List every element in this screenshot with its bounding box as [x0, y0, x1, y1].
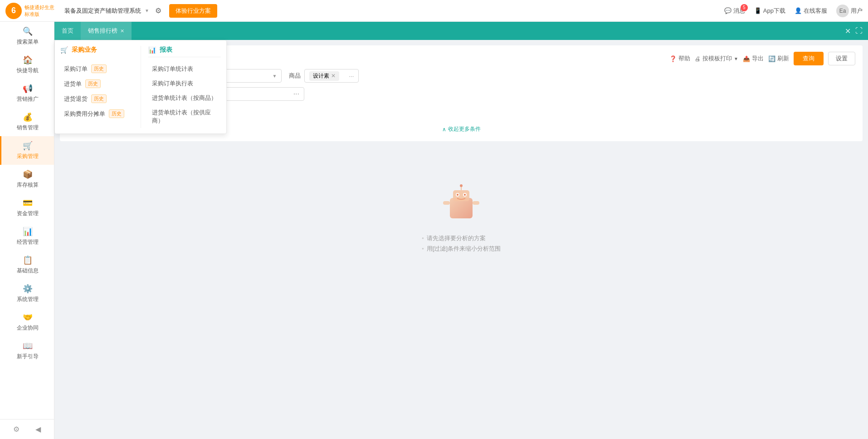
empty-illustration [439, 182, 484, 227]
sales-ranking-tab-label: 销售排行榜 [88, 27, 117, 35]
tab-home[interactable]: 首页 [54, 22, 81, 40]
goods-receipt-label: 进货单 [64, 80, 82, 88]
system-icon: ⚙️ [23, 284, 33, 294]
message-btn[interactable]: 💬 消息 5 [724, 7, 745, 15]
sidebar-item-search[interactable]: 🔍 搜索菜单 [0, 22, 54, 50]
service-icon: 👤 [795, 7, 802, 14]
app-download-btn[interactable]: 📱 App下载 [754, 7, 785, 15]
settings-button[interactable]: 设置 [828, 52, 855, 65]
tab-bar-expand-icon[interactable]: ⛶ [855, 27, 863, 35]
refresh-link[interactable]: 🔄 刷新 [768, 54, 789, 63]
search-icon: 🔍 [23, 26, 33, 36]
sidebar-bottom: ⚙ ◀ [0, 419, 54, 439]
purchase-order-item[interactable]: 采购订单 历史 [60, 61, 133, 76]
sidebar-item-guide[interactable]: 📖 新手引导 [0, 336, 54, 365]
sidebar-item-collab[interactable]: 🤝 企业协同 [0, 308, 54, 336]
menu-divider [141, 46, 141, 128]
sidebar-item-sales-label: 销售管理 [17, 124, 39, 132]
goods-stats-by-supplier-item[interactable]: 进货单统计表（按供应商） [148, 105, 221, 128]
print-icon: 🖨 [695, 55, 701, 62]
ops-icon: 📊 [23, 227, 33, 237]
home-tab-label: 首页 [62, 27, 73, 35]
reports-col-title: 📊 报表 [148, 46, 221, 57]
purchase-order-stats-item[interactable]: 采购订单统计表 [148, 62, 221, 76]
app-download-label: App下载 [763, 7, 785, 15]
top-bar: 6 畅捷通好生意 标准版 装备及固定资产辅助管理系统 ▼ ⚙ 体验行业方案 💬 … [0, 0, 868, 22]
svg-point-5 [464, 194, 466, 196]
document-status-chevron: ▼ [273, 74, 277, 79]
product-tag-close[interactable]: ✕ [331, 73, 336, 79]
print-link[interactable]: 🖨 按模板打印 ▼ [695, 54, 738, 63]
help-icon: ❓ [669, 55, 677, 62]
tab-bar: 首页 销售排行榜 ✕ ✕ ⛶ [54, 22, 868, 40]
refresh-icon: 🔄 [768, 55, 775, 62]
user-label: 用户 [851, 7, 863, 15]
query-button[interactable]: 查询 [794, 52, 824, 65]
salesperson-select[interactable]: ··· [214, 87, 304, 101]
home-icon: 🏠 [23, 55, 33, 65]
goods-receipt-history-tag: 历史 [85, 79, 101, 88]
export-link[interactable]: 📤 导出 [743, 54, 764, 63]
collab-icon: 🤝 [23, 312, 33, 322]
system-name: 装备及固定资产辅助管理系统 [64, 7, 141, 15]
top-right: 💬 消息 5 📱 App下载 👤 在线客服 Ea 用户 [724, 5, 863, 17]
sidebar-collapse-btn[interactable]: ◀ [35, 425, 41, 434]
goods-receipt-item[interactable]: 进货单 历史 [60, 76, 133, 91]
purchase-col-title: 🛒 采购业务 [60, 46, 133, 57]
sidebar-item-system[interactable]: ⚙️ 系统管理 [0, 279, 54, 308]
sidebar-item-purchase-label: 采购管理 [17, 153, 39, 160]
purchase-icon: 🛒 [23, 141, 33, 151]
purchase-dropdown-menu: 🛒 采购业务 采购订单 历史 进货单 历史 进货退货 历史 采购费用分摊单 历史… [54, 40, 227, 134]
message-icon: 💬 [724, 7, 731, 14]
online-service-label: 在线客服 [804, 7, 827, 15]
sidebar: 🔍 搜索菜单 🏠 快捷导航 📢 营销推广 💰 销售管理 🛒 采购管理 📦 库存核… [0, 22, 54, 439]
sidebar-item-base[interactable]: 📋 基础信息 [0, 251, 54, 279]
sidebar-item-guide-label: 新手引导 [17, 353, 39, 360]
empty-state: 请先选择要分析的方案 用[过滤]条件来缩小分析范围 [60, 146, 863, 291]
sidebar-settings-btn[interactable]: ⚙ [13, 425, 20, 434]
help-link[interactable]: ❓ 帮助 [669, 54, 690, 63]
empty-hint-1: 请先选择要分析的方案 [427, 233, 486, 243]
chevron-down-icon: ▼ [145, 8, 149, 13]
goods-stats-by-product-item[interactable]: 进货单统计表（按商品） [148, 91, 221, 105]
tab-bar-right: ✕ ⛶ [845, 27, 868, 35]
tab-close-icon[interactable]: ✕ [120, 28, 124, 34]
sidebar-item-system-label: 系统管理 [17, 296, 39, 303]
reports-menu-icon: 📊 [148, 46, 156, 54]
industry-btn[interactable]: 体验行业方案 [169, 4, 217, 18]
purchase-menu-icon: 🛒 [60, 46, 68, 54]
sidebar-item-search-label: 搜索菜单 [17, 38, 39, 46]
online-service-btn[interactable]: 👤 在线客服 [795, 7, 827, 15]
product-dots[interactable]: ··· [349, 73, 354, 79]
purchase-expense-history-tag: 历史 [109, 109, 124, 118]
system-selector[interactable]: 装备及固定资产辅助管理系统 ▼ [64, 7, 149, 15]
purchase-order-history-tag: 历史 [91, 64, 107, 73]
message-badge: 5 [741, 4, 748, 11]
sidebar-item-nav[interactable]: 🏠 快捷导航 [0, 50, 54, 79]
tab-bar-close-icon[interactable]: ✕ [845, 27, 851, 35]
sidebar-item-collab-label: 企业协同 [17, 324, 39, 332]
sidebar-item-finance[interactable]: 💳 资金管理 [0, 193, 54, 222]
sidebar-item-base-label: 基础信息 [17, 267, 39, 275]
goods-stats-by-product-label: 进货单统计表（按商品） [152, 94, 217, 102]
purchase-expense-item[interactable]: 采购费用分摊单 历史 [60, 106, 133, 121]
sidebar-item-ops-label: 经营管理 [17, 238, 39, 246]
purchase-expense-label: 采购费用分摊单 [64, 110, 105, 118]
purchase-order-exec-item[interactable]: 采购订单执行表 [148, 76, 221, 91]
print-chevron-icon: ▼ [734, 56, 738, 61]
marketing-icon: 📢 [23, 84, 33, 94]
user-btn[interactable]: Ea 用户 [836, 5, 863, 17]
export-icon: 📤 [743, 55, 750, 62]
product-select[interactable]: 设计素 ✕ ··· [304, 69, 359, 83]
sidebar-item-sales[interactable]: 💰 销售管理 [0, 108, 54, 136]
sidebar-item-marketing[interactable]: 📢 营销推广 [0, 79, 54, 108]
product-tag: 设计素 ✕ [309, 71, 339, 81]
tab-sales-ranking[interactable]: 销售排行榜 ✕ [81, 22, 132, 40]
sidebar-item-inventory[interactable]: 📦 库存核算 [0, 165, 54, 193]
sidebar-item-purchase[interactable]: 🛒 采购管理 [0, 136, 54, 165]
phone-icon: 📱 [754, 7, 761, 14]
sidebar-item-ops[interactable]: 📊 经营管理 [0, 222, 54, 251]
goods-return-item[interactable]: 进货退货 历史 [60, 91, 133, 106]
gear-button[interactable]: ⚙ [152, 5, 165, 17]
salesperson-dots[interactable]: ··· [293, 90, 299, 98]
